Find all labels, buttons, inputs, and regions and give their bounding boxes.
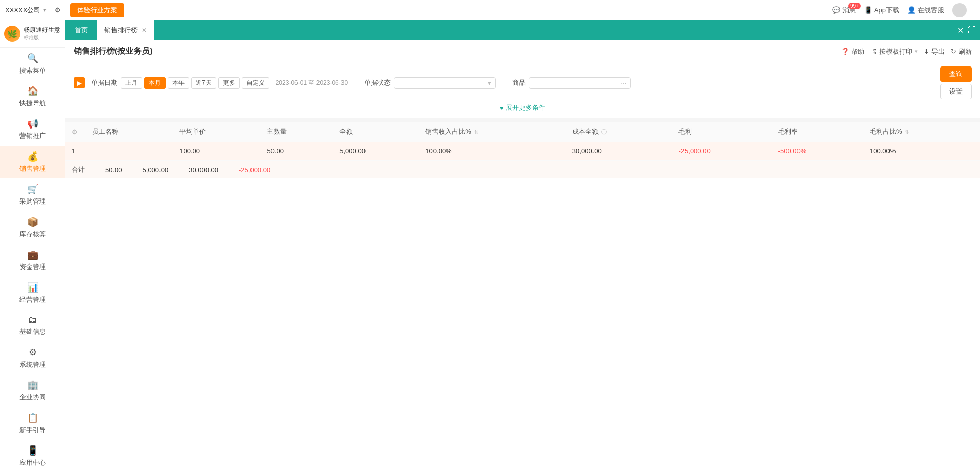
- window-maximize-icon[interactable]: ⛶: [968, 26, 976, 35]
- sidebar-item-purchase[interactable]: 🛒 采购管理: [0, 178, 65, 211]
- footer-gross-profit: -25,000.00: [239, 166, 270, 174]
- cost-info-icon[interactable]: ⓘ: [601, 129, 607, 135]
- window-close-icon[interactable]: ✕: [957, 26, 964, 35]
- collapse-filter-button[interactable]: ▶: [74, 77, 85, 88]
- expand-more-button[interactable]: ▾ 展开更多条件: [74, 103, 972, 113]
- sidebar-item-label: 快捷导航: [19, 99, 46, 108]
- expand-more-label: 展开更多条件: [506, 103, 545, 113]
- col-gross-rate: 毛利率: [772, 122, 863, 142]
- status-chevron-icon: ▾: [488, 79, 491, 87]
- page-actions: ❓ 帮助 🖨 按模板打印 ▾ ⬇ 导出 ↻ 刷新: [841, 47, 972, 56]
- sidebar-item-search[interactable]: 🔍 搜索菜单: [0, 48, 65, 80]
- filter-goods-item: 商品 ···: [512, 77, 631, 89]
- query-button[interactable]: 查询: [940, 66, 972, 82]
- filter-area: ▶ 单据日期 上月 本月 本年 近7天 更多 自定义 2023-06-01 至 …: [65, 61, 980, 118]
- sidebar-item-label: 基础信息: [19, 327, 46, 337]
- service-label: 在线客服: [918, 6, 944, 15]
- data-table-wrapper: ⚙ 员工名称 平均单价 主数量: [65, 122, 980, 471]
- app-icon: 📱: [864, 6, 872, 14]
- col-gross-pct: 毛利占比% ⇅: [863, 122, 980, 142]
- export-label: 导出: [931, 47, 945, 56]
- last7days-btn[interactable]: 近7天: [191, 77, 216, 89]
- avatar[interactable]: [952, 3, 967, 17]
- sidebar-item-guide[interactable]: 📋 新手引导: [0, 407, 65, 440]
- footer-cost-amount: 30,000.00: [189, 166, 218, 174]
- custom-btn[interactable]: 自定义: [242, 77, 269, 89]
- cell-sales-pct: 100.00%: [419, 142, 566, 161]
- purchase-icon: 🛒: [27, 184, 38, 195]
- col-sales-pct: 销售收入占比% ⇅: [419, 122, 566, 142]
- sidebar-item-sales[interactable]: 💰 销售管理: [0, 146, 65, 178]
- refresh-button[interactable]: ↻ 刷新: [951, 47, 972, 56]
- goods-input[interactable]: ···: [529, 77, 631, 89]
- system-icon: ⚙: [29, 347, 37, 358]
- tab-bar-right: ✕ ⛶: [957, 26, 980, 35]
- print-chevron-icon: ▾: [915, 48, 918, 55]
- page-title: 销售排行榜(按业务员): [74, 46, 153, 57]
- more-btn[interactable]: 更多: [218, 77, 240, 89]
- header-right: 💬 消息 99+ 📱 App下载 👤 在线客服: [832, 3, 975, 17]
- page-area: 销售排行榜(按业务员) ❓ 帮助 🖨 按模板打印 ▾ ⬇ 导出: [65, 40, 980, 471]
- col-setting[interactable]: ⚙: [65, 122, 86, 142]
- filter-row-main: ▶ 单据日期 上月 本月 本年 近7天 更多 自定义 2023-06-01 至 …: [74, 66, 972, 99]
- table-header-row: ⚙ 员工名称 平均单价 主数量: [65, 122, 980, 142]
- sidebar-item-label: 新手引导: [19, 425, 46, 435]
- sidebar-item-apps[interactable]: 📱 应用中心: [0, 440, 65, 471]
- current-year-btn[interactable]: 本年: [168, 77, 189, 89]
- col-avg-price: 平均单价: [173, 122, 261, 142]
- company-selector[interactable]: XXXXX公司 ▾: [5, 6, 47, 15]
- col-name-label: 员工名称: [92, 128, 119, 136]
- sidebar-item-label: 搜索菜单: [19, 66, 46, 75]
- footer-label: 合计: [72, 165, 85, 174]
- message-button[interactable]: 💬 消息 99+: [832, 6, 856, 15]
- sidebar-item-label: 应用中心: [19, 458, 46, 467]
- sidebar-item-label: 营销推广: [19, 131, 46, 141]
- tab-bar: 首页 销售排行榜 ✕ ✕ ⛶: [65, 20, 980, 40]
- table-footer: 合计 50.00 5,000.00 30,000.00 -25,000.00: [65, 161, 980, 178]
- sidebar-item-quick[interactable]: 🏠 快捷导航: [0, 80, 65, 113]
- top-header: XXXXX公司 ▾ ⚙ 体验行业方案 💬 消息 99+ 📱 App下载 👤 在线…: [0, 0, 980, 20]
- basic-icon: 🗂: [28, 315, 37, 325]
- sales-icon: 💰: [27, 151, 38, 162]
- sidebar-item-marketing[interactable]: 📢 营销推广: [0, 113, 65, 146]
- company-chevron-icon: ▾: [43, 7, 47, 13]
- cell-rank: 1: [65, 142, 86, 161]
- export-button[interactable]: ⬇ 导出: [924, 47, 945, 56]
- col-gross-rate-label: 毛利率: [778, 128, 798, 136]
- tab-close-icon[interactable]: ✕: [142, 27, 147, 34]
- online-service-button[interactable]: 👤 在线客服: [907, 6, 944, 15]
- enterprise-icon: 🏢: [27, 379, 38, 391]
- company-name: XXXXX公司: [5, 6, 40, 15]
- date-label: 单据日期: [91, 78, 118, 87]
- help-label: 帮助: [851, 47, 864, 56]
- sidebar-item-finance[interactable]: 💼 资金管理: [0, 244, 65, 277]
- column-settings-icon[interactable]: ⚙: [72, 128, 78, 136]
- tab-sales-ranking[interactable]: 销售排行榜 ✕: [97, 20, 154, 40]
- cell-gross-profit: -25,000.00: [672, 142, 771, 161]
- sidebar-item-inventory[interactable]: 📦 库存核算: [0, 211, 65, 244]
- sidebar-item-system[interactable]: ⚙ 系统管理: [0, 342, 65, 374]
- sidebar-item-operation[interactable]: 📊 经营管理: [0, 277, 65, 309]
- sidebar-item-basic[interactable]: 🗂 基础信息: [0, 309, 65, 342]
- marketing-icon: 📢: [27, 118, 38, 129]
- filter-status-item: 单据状态 ▾: [364, 77, 496, 89]
- sidebar-item-label: 企业协同: [19, 393, 46, 402]
- app-download-button[interactable]: 📱 App下载: [864, 6, 899, 15]
- sidebar-item-label: 采购管理: [19, 197, 46, 206]
- sidebar-item-enterprise[interactable]: 🏢 企业协同: [0, 374, 65, 407]
- col-sales-pct-label: 销售收入占比%: [425, 128, 471, 136]
- print-button[interactable]: 🖨 按模板打印 ▾: [871, 47, 918, 56]
- last-month-btn[interactable]: 上月: [121, 77, 142, 89]
- footer-amount-value: 5,000.00: [143, 166, 169, 174]
- tab-home[interactable]: 首页: [65, 20, 97, 40]
- settings-icon[interactable]: ⚙: [51, 3, 65, 17]
- refresh-icon: ↻: [951, 48, 956, 55]
- trial-button[interactable]: 体验行业方案: [70, 3, 124, 17]
- inventory-icon: 📦: [27, 216, 38, 228]
- help-button[interactable]: ❓ 帮助: [841, 47, 864, 56]
- search-icon: 🔍: [27, 53, 38, 64]
- current-month-btn[interactable]: 本月: [144, 77, 166, 89]
- main-content: 首页 销售排行榜 ✕ ✕ ⛶ 销售排行榜(按业务员) ❓ 帮助: [65, 20, 980, 471]
- filter-settings-button[interactable]: 设置: [940, 84, 972, 99]
- status-select[interactable]: ▾: [394, 77, 496, 89]
